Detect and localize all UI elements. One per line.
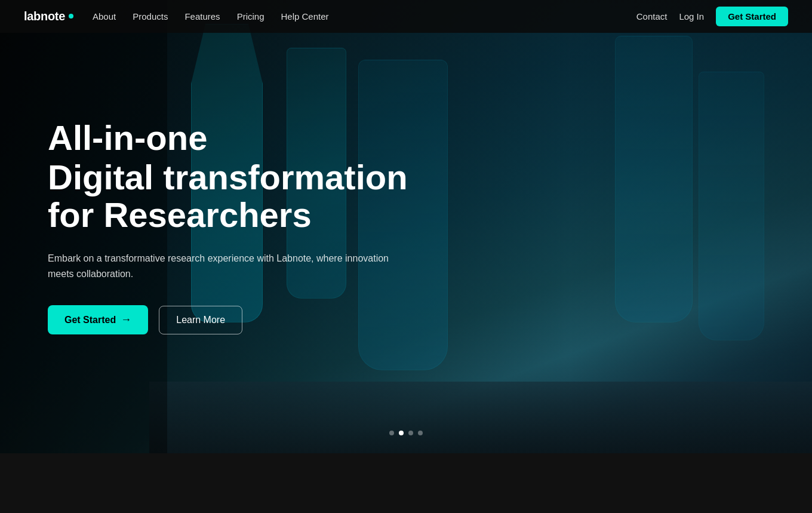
nav-link-pricing[interactable]: Pricing xyxy=(237,11,264,21)
carousel-dots xyxy=(389,431,423,435)
carousel-dot-2[interactable] xyxy=(399,431,404,435)
nav-link-help-center[interactable]: Help Center xyxy=(281,11,328,21)
hero-subtitle: Embark on a transformative research expe… xyxy=(48,251,394,281)
nav-left: labnote About Products Features Pricing … xyxy=(24,10,329,23)
hero-get-started-button[interactable]: Get Started → xyxy=(48,305,148,334)
navigation: labnote About Products Features Pricing … xyxy=(0,0,812,33)
hero-heading-line-2: Digital transformation xyxy=(48,158,764,196)
carousel-dot-3[interactable] xyxy=(408,431,413,435)
logo[interactable]: labnote xyxy=(24,10,73,23)
nav-link-products[interactable]: Products xyxy=(133,11,168,21)
hero-heading-line-3: for Researchers xyxy=(48,196,764,234)
hero-learn-more-button[interactable]: Learn More xyxy=(159,306,242,334)
nav-link-about[interactable]: About xyxy=(93,11,116,21)
logo-dot-icon xyxy=(69,14,73,19)
arrow-right-icon: → xyxy=(121,314,131,326)
nav-right: Contact Log In Get Started xyxy=(636,7,788,26)
carousel-dot-4[interactable] xyxy=(418,431,423,435)
logo-text: labnote xyxy=(24,10,65,23)
hero-buttons: Get Started → Learn More xyxy=(48,305,764,334)
nav-get-started-button[interactable]: Get Started xyxy=(716,7,788,26)
below-hero-section xyxy=(0,453,812,513)
hero-section: All-in-one Digital transformation for Re… xyxy=(0,0,812,453)
nav-login-link[interactable]: Log In xyxy=(679,11,704,21)
nav-links: About Products Features Pricing Help Cen… xyxy=(93,11,329,21)
nav-link-features[interactable]: Features xyxy=(184,11,220,21)
hero-heading-line-1: All-in-one xyxy=(48,119,764,157)
hero-content: All-in-one Digital transformation for Re… xyxy=(0,0,812,453)
get-started-label: Get Started xyxy=(64,315,116,325)
carousel-dot-1[interactable] xyxy=(389,431,394,435)
nav-contact-link[interactable]: Contact xyxy=(636,11,668,21)
